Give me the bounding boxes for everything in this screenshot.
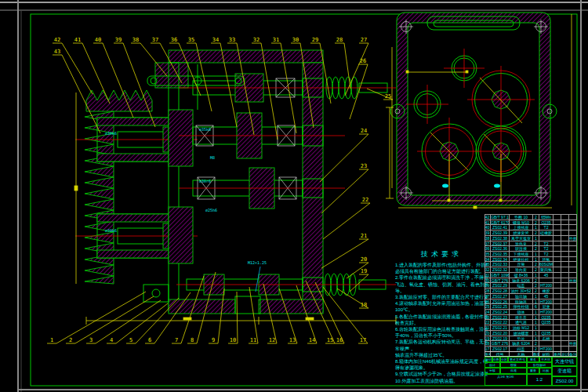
bom-row: 30GB/T 276轴承 62062外购 [485, 278, 577, 283]
bom-cell-w1 [554, 331, 561, 336]
rev-col-doc: 更改文件号 [508, 357, 527, 362]
callout-20: 20 [361, 256, 367, 263]
bom-cell-mat: T2 [539, 246, 554, 251]
bom-cell-w2 [561, 315, 569, 320]
bom-row: 35ZS02.35下接线座1T2 [485, 251, 577, 256]
bom-cell-qty: 1 [533, 336, 539, 341]
bom-cell-qty: 1 [533, 252, 539, 256]
bom-cell-qty: 2 [533, 278, 539, 283]
callout-9: 9 [212, 337, 215, 343]
callout-23: 23 [361, 163, 367, 169]
callout-7: 7 [175, 337, 178, 343]
bom-cell-name: 垫圈 10 [510, 215, 533, 220]
bom-cell-note [569, 283, 577, 288]
bom-cell-code: ZS02.24 [491, 310, 510, 314]
bom-cell-w1 [554, 273, 561, 278]
bom-cell-no: 40 [485, 225, 491, 230]
callout-5: 5 [129, 337, 132, 343]
bom-cell-note [569, 273, 577, 278]
bom-cell-w2 [561, 336, 569, 341]
callout-12: 12 [269, 337, 275, 343]
bom-cell-w1: 单件 [554, 352, 561, 356]
bom-cell-w2 [561, 347, 569, 351]
bom-row: 31GB/T 1096键 8×36145 [485, 272, 577, 278]
bom-cell-note [569, 331, 577, 336]
callout-31: 31 [273, 37, 279, 43]
bom-cell-no: 38 [485, 236, 491, 241]
bom-cell-note [569, 310, 577, 314]
bom-cell-no: 22 [485, 320, 491, 325]
bom-cell-no: 36 [485, 246, 491, 251]
bom-cell-name: 绝缘拉杆 [510, 257, 533, 262]
tech-requirements-title: 技术要求 [395, 249, 488, 260]
bom-row: 38ZS02.38真空灭弧室1外购 [485, 235, 577, 241]
tech-line: 得有渗漏现象。 [395, 365, 488, 371]
callout-36: 36 [171, 37, 177, 43]
bom-cell-mat: 石棉 [539, 336, 554, 341]
bom-cell-no: 37 [485, 241, 491, 246]
bom-cell-code: 代号 [491, 352, 510, 356]
bom-row: 25ZS02.25弹性柱销6尼龙 [485, 303, 577, 309]
bom-cell-code: ZS02.37 [491, 241, 510, 246]
callout-28: 28 [336, 37, 343, 43]
bom-cell-w2 [561, 246, 569, 251]
callout-39: 39 [115, 37, 122, 43]
bom-cell-name: 导电夹 [510, 241, 533, 246]
bom-cell-name: 端盖 [510, 283, 533, 288]
bom-cell-mat: HT200 [539, 347, 554, 351]
bom-cell-name: 软连接 [510, 246, 533, 251]
callout-19: 19 [361, 268, 367, 274]
bom-cell-name: 轴承 6204 [510, 341, 533, 346]
mechanism-bracket [143, 285, 169, 302]
callout-15: 15 [327, 337, 333, 343]
bom-cell-mat [539, 278, 554, 283]
bom-cell-no: 23 [485, 315, 491, 320]
tech-line: 必须具有检验部门的合格证方能进行装配。 [395, 268, 488, 274]
bom-row: 17ZS02.17闷盖2HT200 [485, 346, 577, 351]
callout-16: 16 [336, 337, 343, 343]
bom-cell-no: 26 [485, 299, 491, 304]
bom-cell-name: 螺母 M10 [510, 220, 533, 225]
part-callouts: 4243414039383736353433323130292827262524… [47, 37, 393, 343]
bom-cell-w2 [561, 283, 569, 288]
bom-cell-qty: 2 [533, 341, 539, 346]
bom-cell-mat: Q235 [539, 331, 554, 336]
callout-33: 33 [229, 37, 235, 43]
bom-cell-qty: 2 [533, 246, 539, 251]
bom-cell-name: 名称 [510, 352, 533, 356]
tech-line: 于40%，沿齿长不小于50%。 [395, 332, 488, 339]
callout-40: 40 [95, 37, 101, 43]
bom-cell-name: 通气器 [510, 320, 533, 325]
bom-cell-w2 [561, 230, 569, 235]
gear-circles [414, 56, 530, 179]
bom-cell-w2 [561, 320, 569, 325]
bom-row: 41GB/T 6170螺母 M102Q235 [485, 220, 577, 225]
bom-cell-mat: 尼龙 [539, 304, 554, 309]
bom-cell-note [569, 325, 577, 330]
tech-line: 5.各配合件装配前须涂润滑油脂，各密封件装配前应 [395, 314, 488, 320]
callout-6: 6 [148, 337, 151, 343]
bom-cell-name: 键 8×36 [510, 273, 533, 278]
bom-cell-name: 弹性柱销 [510, 304, 533, 309]
bom-cell-no: 42 [485, 215, 491, 220]
tech-line: 4.滚动轴承装配时允许采用油浴加热，油温不得超过 [395, 300, 488, 307]
bom-cell-qty: 1 [533, 310, 539, 314]
tech-line: 6.齿轮装配后应用涂色法检查接触斑点，沿齿高不小 [395, 326, 488, 332]
callout-14: 14 [309, 337, 315, 343]
bom-cell-mat: HT200 [539, 283, 554, 288]
callout-22: 22 [362, 197, 368, 203]
scale-value: 1:2 [527, 374, 552, 386]
bom-cell-code: ZS02.23 [491, 315, 510, 320]
callout-34: 34 [212, 37, 219, 43]
bom-cell-note [569, 262, 577, 267]
callout-26: 26 [360, 58, 366, 64]
bom-cell-note [569, 336, 577, 341]
bom-row: 20ZS02.20放油螺塞1Q235 [485, 330, 577, 336]
bom-cell-name: 联轴器 [510, 299, 533, 304]
bom-cell-code: ZS02.20 [491, 331, 510, 336]
bom-cell-w2: 总计 [561, 352, 569, 356]
bom-cell-qty: 2 [533, 347, 539, 351]
callout-25: 25 [385, 93, 391, 100]
bom-cell-mat: 45 [539, 294, 554, 299]
bom-cell-note [569, 241, 577, 246]
